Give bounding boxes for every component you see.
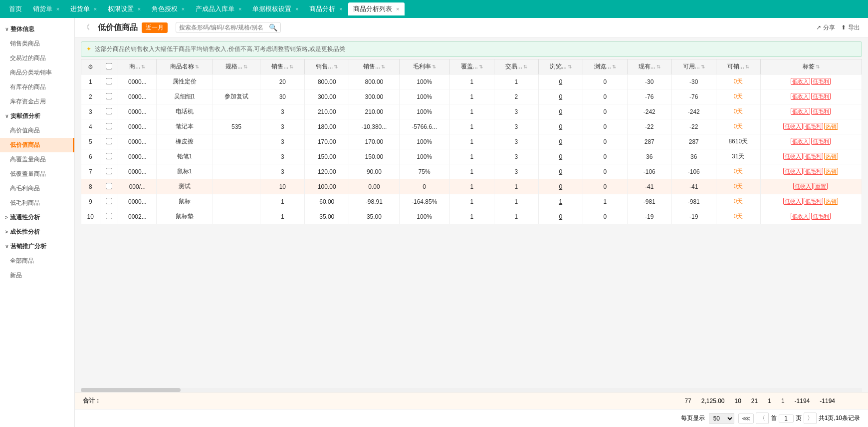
row-checkbox[interactable]	[100, 134, 118, 149]
horizontal-scrollbar[interactable]	[81, 388, 862, 392]
row-col12[interactable]: 0	[538, 164, 583, 179]
browse-link[interactable]: 0	[559, 123, 562, 130]
col-coverage-header[interactable]: 覆盖...⇅	[449, 59, 494, 74]
sidebar-group-overview[interactable]: ∨整体信息	[0, 22, 74, 36]
sidebar-item-low-coverage[interactable]: 低覆盖量商品	[0, 167, 74, 181]
row-checkbox[interactable]	[100, 164, 118, 179]
period-button[interactable]: 近一月	[142, 22, 168, 33]
col-checkbox-all[interactable]	[100, 59, 118, 74]
browse-link[interactable]: 1	[559, 198, 562, 205]
col-name-header[interactable]: 商品名称⇅	[157, 59, 213, 74]
row-select-checkbox[interactable]	[106, 183, 112, 189]
close-icon[interactable]: ×	[339, 6, 342, 12]
col-tag-header[interactable]: 标签⇅	[760, 59, 862, 74]
row-col12[interactable]: 0	[538, 74, 583, 89]
nav-permission[interactable]: 权限设置 ×	[103, 2, 146, 15]
col-browse2-header[interactable]: 浏览...⇅	[583, 59, 627, 74]
row-select-checkbox[interactable]	[106, 168, 112, 174]
row-col12[interactable]: 0	[538, 104, 583, 119]
row-checkbox[interactable]	[100, 194, 118, 209]
col-browse1-header[interactable]: 浏览...⇅	[538, 59, 583, 74]
row-col12[interactable]: 0	[538, 179, 583, 194]
browse-link[interactable]: 0	[559, 93, 562, 100]
row-select-checkbox[interactable]	[106, 108, 112, 114]
sidebar-item-high-value[interactable]: 高价值商品	[0, 123, 74, 138]
col-sale3-header[interactable]: 销售...⇅	[349, 59, 399, 74]
row-col12[interactable]: 0	[538, 89, 583, 104]
col-sale2-header[interactable]: 销售...⇅	[305, 59, 349, 74]
close-icon[interactable]: ×	[238, 6, 241, 12]
per-page-select[interactable]: 50 100	[709, 413, 734, 424]
share-button[interactable]: ↗ 分享	[816, 23, 835, 32]
browse-link[interactable]: 0	[559, 108, 562, 115]
settings-icon[interactable]: ⚙	[88, 63, 93, 70]
browse-link[interactable]: 0	[559, 78, 562, 85]
sidebar-group-contribution[interactable]: ∨贡献值分析	[0, 109, 74, 123]
row-select-checkbox[interactable]	[106, 213, 112, 219]
nav-product-in[interactable]: 产成品入库单 ×	[191, 2, 246, 15]
sidebar-collapse-button[interactable]: 《	[83, 23, 90, 32]
row-checkbox[interactable]	[100, 89, 118, 104]
browse-link[interactable]: 0	[559, 138, 562, 145]
col-settings[interactable]: ⚙	[81, 59, 100, 74]
browse-link[interactable]: 0	[559, 153, 562, 160]
row-select-checkbox[interactable]	[106, 198, 112, 204]
row-select-checkbox[interactable]	[106, 123, 112, 129]
sidebar-item-high-profit[interactable]: 高毛利商品	[0, 181, 74, 196]
row-select-checkbox[interactable]	[106, 78, 112, 84]
row-checkbox[interactable]	[100, 149, 118, 164]
nav-goods-analysis[interactable]: 商品分析 ×	[304, 2, 347, 15]
nav-role[interactable]: 角色授权 ×	[147, 2, 190, 15]
col-sale1-header[interactable]: 销售...⇅	[260, 59, 305, 74]
close-icon[interactable]: ×	[396, 6, 399, 12]
scrollbar-thumb[interactable]	[81, 388, 181, 392]
row-checkbox[interactable]	[100, 119, 118, 134]
row-select-checkbox[interactable]	[106, 138, 112, 144]
close-icon[interactable]: ×	[182, 6, 185, 12]
nav-sales[interactable]: 销货单 ×	[28, 2, 64, 15]
nav-template[interactable]: 单据模板设置 ×	[247, 2, 303, 15]
nav-goods-analysis-list[interactable]: 商品分析列表 ×	[348, 2, 404, 15]
search-input[interactable]	[179, 24, 269, 31]
select-all-checkbox[interactable]	[106, 63, 112, 69]
row-col12[interactable]: 0	[538, 149, 583, 164]
export-button[interactable]: ⬆ 导出	[841, 23, 860, 32]
search-icon[interactable]: 🔍	[269, 23, 277, 31]
browse-link[interactable]: 0	[559, 183, 562, 190]
sidebar-item-category-sales[interactable]: 商品分类动销率	[0, 65, 74, 80]
col-code-header[interactable]: 商...⇅	[118, 59, 157, 74]
nav-purchase[interactable]: 进货单 ×	[65, 2, 102, 15]
sidebar-item-low-value[interactable]: 低价值商品	[0, 138, 74, 152]
row-checkbox[interactable]	[100, 74, 118, 89]
row-col12[interactable]: 0	[538, 119, 583, 134]
first-page-button[interactable]: ⋘	[738, 414, 754, 424]
col-spec-header[interactable]: 规格...⇅	[213, 59, 260, 74]
row-col12[interactable]: 0	[538, 134, 583, 149]
sidebar-item-traded-goods[interactable]: 交易过的商品	[0, 51, 74, 65]
sidebar-group-marketing[interactable]: ∨营销推广分析	[0, 239, 74, 254]
col-available-header[interactable]: 可用...⇅	[671, 59, 716, 74]
browse-link[interactable]: 0	[559, 213, 562, 220]
close-icon[interactable]: ×	[94, 6, 97, 12]
sidebar-item-new-goods[interactable]: 新品	[0, 268, 74, 283]
sidebar-item-high-coverage[interactable]: 高覆盖量商品	[0, 152, 74, 167]
nav-home[interactable]: 首页	[4, 2, 27, 15]
sidebar-item-low-profit[interactable]: 低毛利商品	[0, 196, 74, 210]
sidebar-item-stock-goods[interactable]: 有库存的商品	[0, 80, 74, 94]
row-select-checkbox[interactable]	[106, 153, 112, 159]
sidebar-item-stock-fund[interactable]: 库存资金占用	[0, 94, 74, 109]
row-col12[interactable]: 0	[538, 209, 583, 224]
next-page-button[interactable]: 〉	[804, 413, 817, 424]
row-col12[interactable]: 1	[538, 194, 583, 209]
sidebar-item-all-goods[interactable]: 全部商品	[0, 254, 74, 268]
row-checkbox[interactable]	[100, 209, 118, 224]
row-select-checkbox[interactable]	[106, 93, 112, 99]
close-icon[interactable]: ×	[56, 6, 59, 12]
close-icon[interactable]: ×	[295, 6, 298, 12]
col-saleable-header[interactable]: 可销...⇅	[716, 59, 760, 74]
sidebar-group-circulation[interactable]: >流通性分析	[0, 210, 74, 225]
prev-page-button[interactable]: 〈	[756, 413, 769, 424]
browse-link[interactable]: 0	[559, 168, 562, 175]
page-number-input[interactable]	[779, 415, 794, 423]
sidebar-group-growth[interactable]: >成长性分析	[0, 225, 74, 239]
